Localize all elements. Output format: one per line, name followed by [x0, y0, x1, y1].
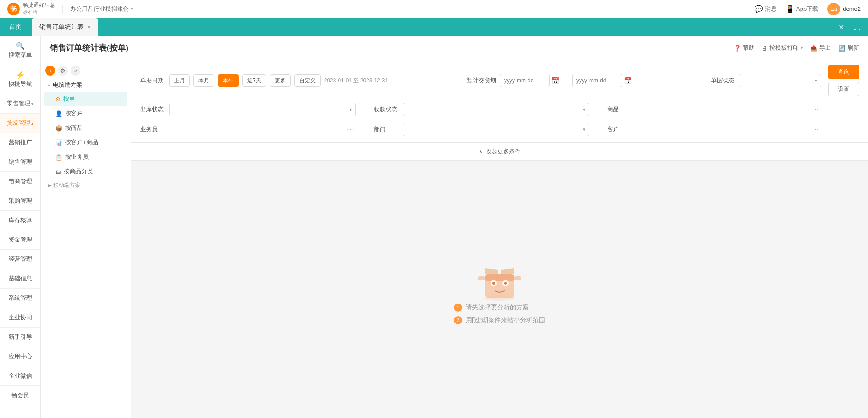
doc-status-label: 单据状态 [711, 76, 736, 85]
help-icon: ❓ [734, 45, 741, 52]
message-button[interactable]: 💬 消息 [755, 5, 777, 13]
department-label: 部门 [374, 125, 399, 133]
sidebar-item-newbie[interactable]: 新手引导 [0, 328, 40, 347]
workspace-selector[interactable]: 办公用品行业模拟账套 ▾ [70, 5, 133, 13]
message-label: 消息 [765, 5, 777, 13]
sidebar-item-member[interactable]: 畅会员 [0, 386, 40, 405]
chevron-up-icon: ∧ [479, 148, 483, 155]
export-button[interactable]: 📤 导出 [810, 44, 831, 52]
sidebar-item-purchase[interactable]: 采购管理 [0, 191, 40, 211]
calendar-from-icon[interactable]: 📅 [552, 77, 559, 84]
filter-row-2: 出库状态 ▾ 收款状态 [140, 103, 859, 116]
svg-rect-2 [485, 274, 514, 281]
tab-label: 销售订单统计表 [39, 23, 84, 31]
sidebar-item-search-menu[interactable]: 🔍 搜索菜单 [0, 36, 40, 65]
payment-status-label: 收款状态 [374, 105, 399, 114]
sidebar-item-basic[interactable]: 基础信息 [0, 269, 40, 289]
product-more-button[interactable]: ··· [814, 105, 823, 114]
department-select[interactable] [403, 123, 590, 136]
tab-sales-order[interactable]: 销售订单统计表 × [32, 18, 98, 36]
box-icon: 📦 [55, 125, 62, 132]
settings-button[interactable]: ⚙ [58, 66, 68, 76]
scheme-by-order[interactable]: ⊙ 按单 [44, 92, 127, 106]
fullscreen-button[interactable]: ⛶ [851, 21, 863, 33]
sidebar-item-sales[interactable]: 销售管理 [0, 152, 40, 172]
delivery-status-select[interactable] [169, 103, 356, 116]
settings-button[interactable]: 设置 [828, 82, 859, 96]
tab-bar: 首页 销售订单统计表 × ✕ ⛶ [0, 18, 868, 36]
filter-actions: 查询 设置 [828, 65, 859, 96]
help-button[interactable]: ❓ 帮助 [734, 44, 755, 52]
last7-btn[interactable]: 近7天 [242, 74, 266, 87]
customer-more-button[interactable]: ··· [814, 125, 823, 133]
sidebar-item-enterprise[interactable]: 企业协同 [0, 308, 40, 328]
sidebar-item-system[interactable]: 系统管理 [0, 289, 40, 308]
scheme-by-product[interactable]: 📦 按商品 [44, 121, 127, 135]
sidebar-item-app-center[interactable]: 应用中心 [0, 347, 40, 366]
chevron-right-icon: ▶ [48, 183, 52, 188]
collapse-filter-button[interactable]: ∧ 收起更多条件 [131, 143, 868, 161]
username: demo2 [843, 5, 861, 12]
desktop-group-header[interactable]: ▾ 电脑端方案 [44, 78, 127, 92]
sidebar-item-finance[interactable]: 资金管理 [0, 230, 40, 250]
query-button[interactable]: 查询 [828, 65, 859, 79]
step2-number: 2 [454, 316, 462, 324]
chevron-icon: ▴ [31, 121, 33, 126]
expected-date-filter: 预计交货期 📅 — 📅 [467, 74, 632, 87]
print-chevron-icon: ▾ [801, 46, 803, 51]
sidebar-item-wholesale[interactable]: 批发管理 ▴ [0, 114, 40, 133]
scheme-by-category[interactable]: 🗂 按商品分类 [44, 164, 127, 179]
this-month-btn[interactable]: 本月 [193, 74, 214, 87]
logo-title: 畅捷通好生意 [23, 2, 55, 9]
payment-status-select[interactable] [403, 103, 590, 116]
top-bar-right: 💬 消息 📱 App下载 Ea demo2 [755, 3, 861, 15]
empty-state: 1 请先选择要分析的方案 2 用[过滤]条件来缩小分析范围 [131, 161, 868, 418]
svg-point-6 [504, 282, 507, 285]
sidebar-item-marketing[interactable]: 营销推广 [0, 133, 40, 152]
delivery-status-label: 出库状态 [140, 105, 165, 114]
custom-btn[interactable]: 自定义 [294, 74, 321, 87]
message-icon: 💬 [755, 5, 763, 13]
date-to-input[interactable] [572, 74, 622, 87]
date-range-display: 2023-01-01 至 2023-12-31 [324, 77, 388, 85]
sidebar-item-quick-nav[interactable]: ⚡ 快捷导航 [0, 65, 40, 94]
sidebar-item-operations[interactable]: 经营管理 [0, 250, 40, 269]
logo-subtitle: 标准版 [23, 9, 55, 16]
close-window-button[interactable]: ✕ [835, 21, 847, 33]
empty-step-1: 1 请先选择要分析的方案 [454, 304, 545, 312]
more-btn[interactable]: 更多 [270, 74, 291, 87]
nav-icon: ⚡ [4, 71, 37, 79]
empty-step-2: 2 用[过滤]条件来缩小分析范围 [454, 316, 545, 324]
calendar-to-icon[interactable]: 📅 [624, 77, 632, 84]
empty-illustration [472, 249, 527, 304]
close-icon[interactable]: × [87, 24, 90, 30]
add-scheme-button[interactable]: + [45, 66, 55, 76]
date-from-input[interactable] [500, 74, 550, 87]
sidebar-item-retail[interactable]: 零售管理 ▾ [0, 94, 40, 114]
collapse-button[interactable]: « [71, 66, 80, 76]
content-area: 销售订单统计表(按单) ❓ 帮助 🖨 按模板打印 ▾ 📤 导出 🔄 刷新 [41, 36, 868, 418]
last-month-btn[interactable]: 上月 [169, 74, 190, 87]
doc-status-select[interactable] [740, 74, 821, 87]
scheme-by-staff[interactable]: 📋 按业务员 [44, 150, 127, 164]
user-info[interactable]: Ea demo2 [827, 3, 861, 15]
salesperson-more-button[interactable]: ··· [347, 125, 355, 133]
list-icon: 📋 [55, 154, 62, 161]
sidebar-item-inventory[interactable]: 库存核算 [0, 211, 40, 230]
tab-home[interactable]: 首页 [0, 18, 31, 36]
sidebar-item-corp-wechat[interactable]: 企业微信 [0, 366, 40, 386]
logo-icon: 畅 [7, 3, 20, 15]
svg-rect-8 [514, 276, 521, 280]
page-header-actions: ❓ 帮助 🖨 按模板打印 ▾ 📤 导出 🔄 刷新 [734, 44, 859, 52]
salesperson-filter: 业务员 ··· [140, 125, 356, 133]
mobile-group-header[interactable]: ▶ 移动端方案 [44, 179, 127, 192]
refresh-button[interactable]: 🔄 刷新 [838, 44, 859, 52]
sidebar-item-ecommerce[interactable]: 电商管理 [0, 172, 40, 191]
this-year-btn[interactable]: 本年 [218, 74, 239, 87]
doc-date-filter: 单据日期 上月 本月 本年 近7天 更多 自定义 [140, 74, 321, 87]
scheme-by-customer[interactable]: 👤 按客户 [44, 106, 127, 121]
scheme-by-cust-prod[interactable]: 📊 按客户+商品 [44, 135, 127, 150]
print-button[interactable]: 🖨 按模板打印 ▾ [762, 44, 803, 52]
department-wrapper: ▾ [403, 123, 590, 136]
app-download-button[interactable]: 📱 App下载 [786, 5, 818, 13]
